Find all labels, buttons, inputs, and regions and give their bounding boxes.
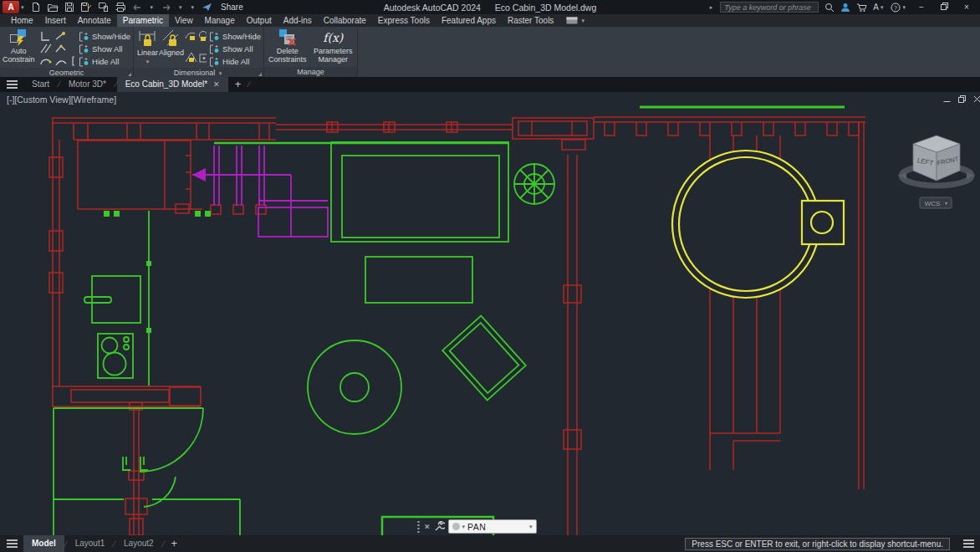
view-control[interactable]: [Custom View] — [14, 95, 71, 105]
tab-parametric[interactable]: Parametric — [117, 14, 169, 27]
drawing-area[interactable]: [-][Custom View][Wireframe] LEFT FRONT W… — [0, 92, 980, 535]
file-tab-start[interactable]: Start — [23, 77, 58, 92]
minimize-button[interactable]: − — [913, 3, 930, 12]
command-line-close-icon[interactable]: ✕ — [424, 523, 431, 531]
status-customization-button[interactable] — [957, 539, 980, 548]
visual-style-control[interactable]: [Wireframe] — [71, 95, 116, 105]
undo-icon[interactable] — [132, 3, 143, 12]
customize-qat-caret-icon[interactable]: ▾ — [190, 4, 197, 11]
round-dining-table[interactable] — [308, 340, 401, 434]
sign-in-user-icon[interactable] — [840, 3, 850, 13]
autodesk-app-caret-icon[interactable]: ▾ — [879, 4, 886, 11]
model-tab[interactable]: Model — [23, 535, 64, 552]
ribbon-display-toggle[interactable]: ▾ — [566, 14, 586, 27]
new-file-icon[interactable] — [31, 2, 41, 13]
dimensional-panel-launcher-icon[interactable] — [258, 73, 262, 76]
tab-view[interactable]: View — [169, 14, 199, 27]
search-input[interactable] — [720, 2, 819, 13]
app-menu-caret-icon[interactable]: ▾ — [19, 4, 26, 11]
constraint-icon-grid[interactable] — [38, 29, 75, 68]
linear-caret-icon[interactable]: ▾ — [145, 58, 151, 66]
tab-add-ins[interactable]: Add-ins — [278, 14, 318, 27]
save-web-mobile-icon[interactable] — [98, 2, 109, 13]
geometric-visibility-column: Show/Hide Show All Hide All — [79, 28, 130, 68]
dim-hide-all-icon — [209, 57, 220, 67]
staircase[interactable] — [192, 146, 328, 237]
command-line[interactable]: ✕ ▾ PAN ▾ — [416, 519, 537, 534]
file-tab-motor-3d[interactable]: Motor 3D* — [60, 77, 115, 92]
drawing-minimize-icon[interactable] — [943, 95, 951, 103]
tab-manage[interactable]: Manage — [199, 14, 241, 27]
geometric-show-all-button[interactable]: Show All — [79, 43, 130, 55]
parameters-manager-button[interactable]: f(x) Parameters Manager — [312, 28, 355, 67]
layout1-tab[interactable]: Layout1 — [67, 535, 114, 552]
autodesk-app-icon[interactable]: A▾ — [873, 3, 885, 12]
command-line-grip[interactable] — [416, 520, 421, 533]
restore-button[interactable] — [936, 3, 952, 12]
bed[interactable] — [331, 142, 508, 242]
close-button[interactable]: × — [958, 3, 975, 12]
manage-panel-title[interactable]: Manage — [264, 67, 357, 77]
file-tab-close-icon[interactable]: ✕ — [213, 77, 220, 92]
ceiling-fan-symbol[interactable] — [514, 164, 554, 204]
file-tab-eco-cabin-label: Eco Cabin_3D Model* — [125, 77, 207, 92]
save-as-icon[interactable] — [80, 2, 92, 13]
tab-featured-apps[interactable]: Featured Apps — [436, 14, 502, 27]
delete-constraints-button[interactable]: Delete Constraints — [267, 28, 309, 67]
save-icon[interactable] — [64, 2, 74, 13]
recent-commands-caret-icon[interactable]: ▾ — [529, 524, 533, 530]
redo-icon[interactable] — [161, 3, 171, 12]
auto-constrain-button[interactable]: Auto Constrain — [3, 28, 35, 68]
app-store-cart-icon[interactable] — [856, 3, 867, 13]
model-space-canvas[interactable] — [0, 92, 980, 535]
linear-constraint-icon — [137, 28, 157, 49]
tab-raster-tools[interactable]: Raster Tools — [502, 14, 559, 27]
entry-door-frame — [513, 118, 594, 449]
window-frames — [49, 122, 457, 293]
tab-output[interactable]: Output — [241, 14, 278, 27]
tab-home[interactable]: Home — [5, 14, 39, 27]
refrigerator[interactable] — [84, 276, 140, 323]
tab-insert[interactable]: Insert — [39, 14, 72, 27]
command-caret-icon[interactable]: ▾ — [462, 524, 466, 530]
dimensional-hide-all-button[interactable]: Hide All — [209, 55, 261, 68]
dimensional-show-all-button[interactable]: Show All — [209, 43, 261, 55]
new-layout-button[interactable]: + — [164, 536, 184, 551]
layout-tab-menu-button[interactable] — [0, 539, 23, 548]
redo-caret-icon[interactable]: ▾ — [177, 4, 184, 11]
share-label[interactable]: Share — [221, 3, 243, 12]
hot-tub[interactable] — [672, 151, 844, 298]
help-icon[interactable]: ? ▾ — [891, 3, 907, 13]
tab-collaborate[interactable]: Collaborate — [318, 14, 372, 27]
application-menu-button[interactable]: A — [3, 1, 19, 13]
command-line-customize-icon[interactable] — [434, 521, 445, 532]
open-file-icon[interactable] — [47, 2, 59, 13]
geometric-panel-launcher-icon[interactable] — [128, 73, 131, 76]
undo-caret-icon[interactable]: ▾ — [149, 4, 156, 11]
tab-annotate[interactable]: Annotate — [72, 14, 117, 27]
linear-constraint-button[interactable]: Linear ▾ — [136, 28, 159, 68]
geometric-show-hide-button[interactable]: Show/Hide — [79, 30, 130, 43]
stove[interactable] — [98, 334, 133, 378]
dimensional-show-hide-button[interactable]: Show/Hide — [209, 30, 261, 43]
file-tab-eco-cabin[interactable]: Eco Cabin_3D Model* ✕ — [117, 77, 228, 92]
entry-door-swing[interactable] — [54, 408, 240, 535]
view-cube[interactable]: LEFT FRONT WCS ▾ — [893, 107, 980, 216]
tab-express-tools[interactable]: Express Tools — [372, 14, 436, 27]
search-icon[interactable] — [824, 3, 835, 13]
aligned-constraint-button[interactable]: Aligned — [159, 28, 184, 68]
layout2-tab[interactable]: Layout2 — [115, 535, 162, 552]
dimensional-small-buttons[interactable] — [184, 30, 207, 67]
dimensional-panel-caret-icon[interactable]: ▾ — [217, 70, 224, 76]
geometric-hide-all-button[interactable]: Hide All — [79, 55, 130, 68]
share-icon[interactable] — [202, 3, 212, 12]
lounge-chair[interactable] — [442, 316, 526, 401]
command-input[interactable]: ▾ PAN ▾ — [448, 519, 537, 534]
dimensional-visibility-column: Show/Hide Show All Hide All — [209, 28, 261, 68]
file-tab-menu-button[interactable] — [0, 77, 23, 92]
plot-icon[interactable] — [115, 2, 126, 13]
drawing-close-icon[interactable] — [973, 95, 980, 103]
help-caret-icon[interactable]: ▾ — [901, 4, 907, 11]
drawing-restore-icon[interactable] — [958, 95, 966, 103]
viewport-menu-control[interactable]: [-] — [7, 95, 14, 105]
